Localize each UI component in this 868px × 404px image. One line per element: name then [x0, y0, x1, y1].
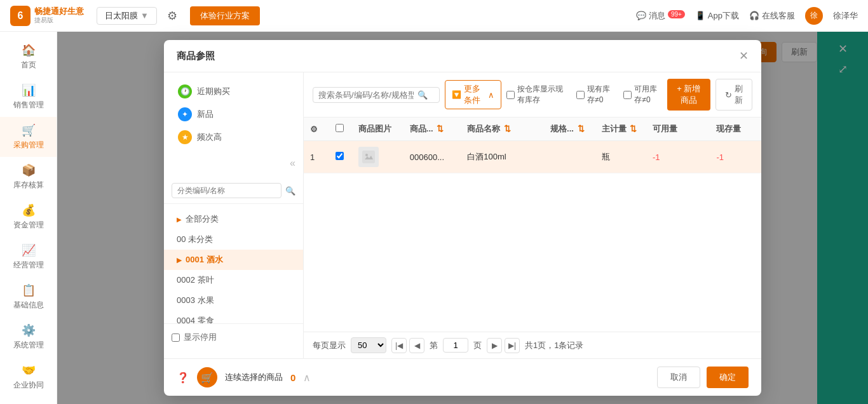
sidebar-item-sales[interactable]: 📊 销售管理 — [0, 77, 57, 117]
modal-header: 商品参照 ✕ — [164, 40, 761, 72]
col-image: 商品图片 — [352, 118, 403, 141]
row-code: 000600... — [403, 141, 461, 173]
quick-link-new[interactable]: ✦ 新品 — [172, 103, 295, 126]
category-search-input[interactable] — [172, 183, 281, 198]
cart-icon[interactable]: 🛒 — [197, 367, 217, 387]
checkbox-warehouse[interactable]: 按仓库显示现有库存 — [506, 84, 567, 105]
col-code-label: 商品... — [410, 124, 433, 133]
checkbox-avail-ne0[interactable]: 可用库存≠0 — [623, 84, 661, 105]
show-disabled-label: 显示停用 — [184, 332, 217, 343]
category-item-all[interactable]: ▶ 全部分类 — [164, 209, 303, 229]
modal-body: 🕐 近期购买 ✦ 新品 ★ 频次高 — [164, 72, 761, 358]
modal-overlay: 商品参照 ✕ 🕐 近期购买 ✦ 新 — [57, 32, 868, 404]
logo-text: 畅捷通好生意 — [34, 6, 84, 17]
sidebar-item-purchase[interactable]: 🛒 采购管理 — [0, 117, 57, 157]
sidebar-item-inventory[interactable]: 📦 库存核算 — [0, 157, 57, 197]
stock-value: -1 — [716, 152, 724, 162]
store-selector[interactable]: 日太阳膜 ▼ — [97, 7, 157, 25]
col-code[interactable]: 商品... ⇅ — [403, 118, 461, 141]
sidebar-item-system[interactable]: ⚙️ 系统管理 — [0, 317, 57, 357]
sidebar-item-operations[interactable]: 📈 经营管理 — [0, 237, 57, 277]
page-size-select[interactable]: 50 10 20 100 — [351, 337, 386, 353]
table-row[interactable]: 1 — [304, 141, 761, 173]
checkbox-stock-ne0-label: 现有库存≠0 — [587, 84, 614, 105]
left-panel-collapse-btn[interactable]: « — [290, 158, 295, 169]
checkbox-warehouse-input[interactable] — [506, 91, 515, 99]
checkbox-avail-ne0-input[interactable] — [623, 91, 632, 99]
product-search-icon[interactable]: 🔍 — [417, 90, 428, 100]
sidebar-item-collab[interactable]: 🤝 企业协同 — [0, 357, 57, 397]
confirm-button[interactable]: 确定 — [707, 367, 749, 388]
product-search-input[interactable] — [318, 90, 414, 100]
product-toolbar: 🔍 🔽 更多条件 ∧ 按仓库显示现有库存 — [304, 72, 761, 118]
col-spec-label: 规格... — [550, 124, 574, 133]
refresh-icon: ↻ — [725, 90, 732, 100]
sidebar-item-finance[interactable]: 💰 资金管理 — [0, 197, 57, 237]
page-total-info: 共1页，1条记录 — [525, 340, 583, 351]
checkbox-stock-ne0-input[interactable] — [576, 91, 585, 99]
row-image-cell — [352, 141, 403, 173]
category-item-0003[interactable]: 0003 水果 — [164, 290, 303, 311]
store-arrow-icon: ▼ — [140, 11, 149, 20]
right-panel: 🔍 🔽 更多条件 ∧ 按仓库显示现有库存 — [304, 72, 761, 358]
category-item-0001[interactable]: ▶ 0001 酒水 — [164, 250, 303, 270]
operations-icon: 📈 — [22, 243, 36, 257]
message-badge: 99+ — [668, 10, 685, 18]
show-disabled: 显示停用 — [164, 323, 303, 351]
user-name-nav-item[interactable]: 徐泽华 — [833, 10, 858, 22]
message-label: 消息 — [649, 10, 665, 22]
more-filter-btn[interactable]: 🔽 更多条件 ∧ — [445, 80, 501, 109]
collapse-footer-icon[interactable]: ∧ — [303, 372, 311, 384]
add-product-button[interactable]: + 新增商品 — [667, 79, 710, 111]
page-number-input[interactable] — [443, 338, 468, 353]
category-label-0001: 0001 酒水 — [186, 254, 223, 266]
row-unit: 瓶 — [595, 141, 646, 173]
first-page-btn[interactable]: |◀ — [391, 338, 407, 353]
quick-link-freq[interactable]: ★ 频次高 — [172, 126, 295, 149]
show-disabled-checkbox[interactable] — [172, 333, 180, 342]
category-item-0002[interactable]: 0002 茶叶 — [164, 270, 303, 290]
logo-text-block: 畅捷通好生意 捷易版 — [34, 6, 84, 25]
col-unit[interactable]: 主计量 ⇅ — [595, 118, 646, 141]
category-item-00[interactable]: 00 未分类 — [164, 229, 303, 250]
refresh-product-button[interactable]: ↻ 刷新 — [715, 79, 752, 111]
quick-link-new-label: 新品 — [197, 109, 214, 120]
new-icon: ✦ — [178, 107, 192, 121]
prev-page-btn[interactable]: ◀ — [409, 338, 424, 353]
sidebar-item-guide[interactable]: 🆕 新手引导 — [0, 397, 57, 404]
col-settings[interactable]: ⚙ — [304, 118, 329, 141]
col-spec[interactable]: 规格... ⇅ — [544, 118, 595, 141]
checkbox-stock-ne0[interactable]: 现有库存≠0 — [576, 84, 614, 105]
category-label-0004: 0004 零食 — [177, 315, 214, 323]
modal-close-button[interactable]: ✕ — [739, 49, 749, 63]
sidebar-item-home[interactable]: 🏠 首页 — [0, 37, 57, 77]
col-name-sort-icon: ⇅ — [504, 124, 511, 133]
sidebar-label-operations: 经营管理 — [13, 260, 44, 271]
category-label-0003: 0003 水果 — [177, 295, 214, 306]
page-suffix: 页 — [473, 340, 482, 351]
cancel-button[interactable]: 取消 — [657, 367, 700, 388]
quick-link-recent[interactable]: 🕐 近期购买 — [172, 80, 295, 103]
select-all-checkbox[interactable] — [336, 124, 344, 132]
app-download-nav-item[interactable]: 📱 App下载 — [695, 10, 739, 22]
sidebar-label-finance: 资金管理 — [13, 220, 44, 231]
experience-btn[interactable]: 体验行业方案 — [190, 6, 260, 25]
online-service-nav-item[interactable]: 🎧 在线客服 — [749, 10, 795, 22]
last-page-btn[interactable]: ▶| — [505, 338, 520, 353]
message-nav-item[interactable]: 💬 消息 99+ — [636, 10, 685, 22]
cart-text: 连续选择的商品 — [225, 372, 283, 382]
col-unit-sort-icon: ⇅ — [630, 124, 637, 133]
next-page-btn[interactable]: ▶ — [487, 338, 502, 353]
category-search-icon[interactable]: 🔍 — [285, 186, 295, 196]
sidebar-label-inventory: 库存核算 — [13, 180, 44, 191]
svg-point-1 — [365, 154, 368, 156]
user-avatar[interactable]: 徐 — [805, 7, 823, 25]
row-checkbox[interactable] — [336, 152, 344, 160]
row-name: 白酒100ml — [461, 141, 544, 173]
sidebar-item-basic[interactable]: 📋 基础信息 — [0, 277, 57, 317]
help-icon[interactable]: ❓ — [177, 372, 189, 384]
col-name[interactable]: 商品名称 ⇅ — [461, 118, 544, 141]
logo-sub: 捷易版 — [34, 16, 84, 25]
settings-icon[interactable]: ⚙ — [162, 6, 182, 26]
category-item-0004[interactable]: 0004 零食 — [164, 311, 303, 323]
